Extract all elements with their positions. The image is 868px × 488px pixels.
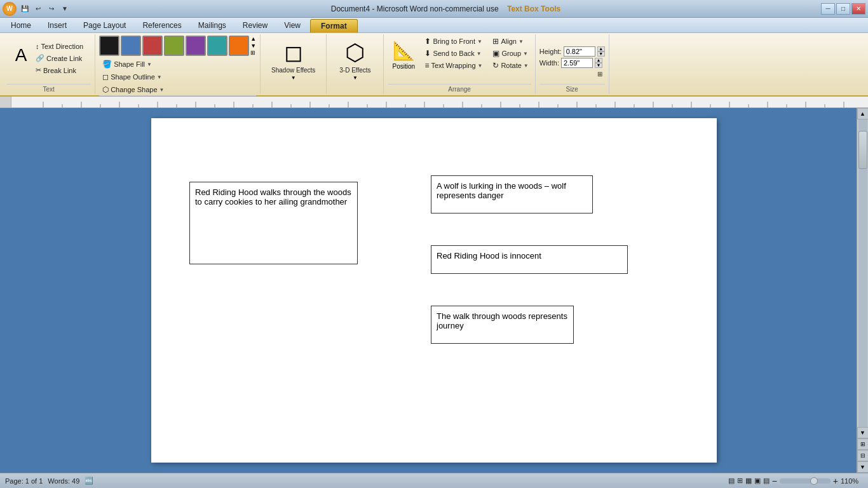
- size-section: Height: ▲ ▼ Width: ▲ ▼ ⊞: [539, 46, 605, 79]
- swatch-scroll-arrows[interactable]: ▲ ▼ ⊞: [250, 36, 256, 56]
- create-link-button[interactable]: 🔗 Create Link: [32, 53, 86, 64]
- group-button[interactable]: ▣ Group ▼: [490, 48, 531, 59]
- shadow-effects-dropdown: ▼: [291, 75, 296, 81]
- view-reading-icon[interactable]: ▦: [745, 477, 752, 485]
- break-link-button[interactable]: ✂ Break Link: [32, 65, 86, 76]
- send-back-button[interactable]: ⬇ Send to Back ▼: [422, 48, 485, 59]
- bring-front-button[interactable]: ⬆ Bring to Front ▼: [422, 36, 485, 47]
- maximize-button[interactable]: □: [836, 3, 850, 15]
- view-web-icon[interactable]: ⊞: [737, 477, 743, 485]
- doc-content: Red Riding Hood walks through the woods …: [11, 108, 857, 473]
- shape-outline-label: Shape Outline: [111, 73, 155, 81]
- swatch-6[interactable]: [207, 36, 227, 56]
- height-up[interactable]: ▲: [597, 46, 605, 51]
- rotate-label: Rotate: [501, 62, 521, 69]
- swatch-5[interactable]: [186, 36, 206, 56]
- 3d-effects-dropdown: ▼: [353, 75, 358, 81]
- tab-mailings[interactable]: Mailings: [190, 18, 234, 32]
- height-input[interactable]: [564, 46, 595, 57]
- horizontal-ruler: [11, 97, 868, 107]
- tab-home[interactable]: Home: [3, 18, 39, 32]
- undo-quick-btn[interactable]: ↩: [32, 3, 44, 15]
- zoom-out-btn[interactable]: −: [772, 476, 777, 486]
- tab-format[interactable]: Format: [310, 19, 358, 32]
- width-down[interactable]: ▼: [595, 63, 602, 68]
- shape-fill-row: 🪣 Shape Fill ▼: [99, 58, 155, 70]
- align-label: Align: [501, 37, 516, 45]
- shadow-effects-button[interactable]: ◻ Shadow Effects ▼: [264, 36, 322, 86]
- view-normal-icon[interactable]: ▤: [728, 477, 735, 485]
- swatch-7[interactable]: [229, 36, 249, 56]
- size-dialog-button[interactable]: ⊞: [595, 69, 605, 79]
- 3d-effects-label: 3-D Effects: [339, 67, 370, 74]
- change-shape-button[interactable]: ⬡ Change Shape ▼: [99, 84, 167, 95]
- color-swatches: ▲ ▼ ⊞: [99, 36, 256, 56]
- close-button[interactable]: ✕: [851, 3, 865, 15]
- scroll-down-arrow[interactable]: ▼: [857, 427, 869, 438]
- window-title: Document4 - Microsoft Word non-commercia…: [71, 4, 821, 13]
- text-group-label: Text: [6, 84, 91, 93]
- shape-outline-button[interactable]: ◻ Shape Outline ▼: [99, 71, 165, 83]
- position-button[interactable]: 📐 Position: [388, 36, 419, 73]
- tab-insert[interactable]: Insert: [39, 18, 75, 32]
- group-label: Group: [501, 50, 521, 57]
- tab-references[interactable]: References: [134, 18, 189, 32]
- shape-outline-dropdown: ▼: [157, 74, 162, 80]
- text-box-1-content: Red Riding Hood walks through the woods …: [195, 187, 351, 207]
- bring-front-icon: ⬆: [424, 37, 431, 46]
- arrange-stack-1: ⬆ Bring to Front ▼ ⬇ Send to Back ▼ ≡ Te…: [422, 36, 485, 71]
- redo-quick-btn[interactable]: ↪: [46, 3, 57, 15]
- size-content: Height: ▲ ▼ Width: ▲ ▼ ⊞: [539, 36, 605, 84]
- scroll-up-arrow[interactable]: ▲: [857, 108, 869, 119]
- ribbon-group-size: Height: ▲ ▼ Width: ▲ ▼ ⊞: [536, 34, 609, 94]
- save-quick-btn[interactable]: 💾: [19, 3, 31, 15]
- scroll-more-up[interactable]: ⊞: [857, 438, 869, 450]
- change-shape-row: ⬡ Change Shape ▼: [99, 84, 167, 95]
- left-panel: [0, 108, 11, 473]
- office-logo: W: [3, 2, 17, 16]
- text-box-4[interactable]: The walk through woods represents journe…: [431, 306, 574, 344]
- text-box-3[interactable]: Red Riding Hood is innocent: [431, 245, 628, 274]
- shadow-effects-icon: ◻: [284, 41, 303, 64]
- tab-review[interactable]: Review: [234, 18, 276, 32]
- swatch-4[interactable]: [164, 36, 184, 56]
- tab-page-layout[interactable]: Page Layout: [75, 18, 134, 32]
- text-box-2[interactable]: A wolf is lurking in the woods – wolf re…: [431, 175, 593, 214]
- position-label: Position: [393, 63, 416, 70]
- scroll-thumb[interactable]: [858, 131, 867, 169]
- align-button[interactable]: ⊞ Align ▼: [490, 36, 531, 47]
- minimize-button[interactable]: ─: [821, 3, 835, 15]
- view-draft-icon[interactable]: ▤: [763, 477, 770, 485]
- status-left: Page: 1 of 1 Words: 49 🔤: [5, 477, 93, 485]
- zoom-in-btn[interactable]: +: [833, 476, 838, 486]
- arrange-stack-2: ⊞ Align ▼ ▣ Group ▼ ↻ Rotate ▼: [490, 36, 531, 71]
- shadow-effects-content: ◻ Shadow Effects ▼: [264, 36, 322, 86]
- swatch-1[interactable]: [99, 36, 119, 56]
- width-up[interactable]: ▲: [595, 58, 602, 63]
- zoom-slider[interactable]: [780, 478, 831, 484]
- change-shape-icon: ⬡: [102, 85, 109, 94]
- qa-dropdown-btn[interactable]: ▼: [59, 3, 71, 15]
- text-wrapping-button[interactable]: ≡ Text Wrapping ▼: [422, 60, 485, 71]
- swatch-2[interactable]: [121, 36, 141, 56]
- position-icon: 📐: [392, 39, 415, 62]
- rotate-button[interactable]: ↻ Rotate ▼: [490, 60, 531, 71]
- text-box-2-content: A wolf is lurking in the woods – wolf re…: [437, 181, 566, 200]
- width-input[interactable]: [561, 58, 593, 68]
- text-group-content: A ↕ Text Direction 🔗 Create Link ✂ Brea: [6, 36, 91, 84]
- height-down[interactable]: ▼: [597, 51, 605, 57]
- view-outline-icon[interactable]: ▣: [754, 477, 761, 485]
- ruler-ticks: [11, 97, 868, 108]
- scroll-page-down[interactable]: ⊟: [857, 450, 869, 461]
- tab-view[interactable]: View: [276, 18, 309, 32]
- text-box-1[interactable]: Red Riding Hood walks through the woods …: [189, 182, 358, 264]
- shape-fill-button[interactable]: 🪣 Shape Fill ▼: [99, 58, 155, 70]
- scroll-bottom[interactable]: ▼: [857, 461, 869, 473]
- text-direction-button[interactable]: ↕ Text Direction: [32, 41, 86, 51]
- create-link-icon: 🔗: [36, 54, 44, 62]
- ribbon-tabs-bar: Home Insert Page Layout References Maili…: [0, 18, 868, 33]
- word-count: Words: 49: [48, 477, 79, 485]
- draw-text-box-button[interactable]: A ↕ Text Direction 🔗 Create Link ✂ Brea: [6, 36, 91, 79]
- swatch-3[interactable]: [142, 36, 163, 56]
- 3d-effects-button[interactable]: ⬡ 3-D Effects ▼: [332, 36, 377, 86]
